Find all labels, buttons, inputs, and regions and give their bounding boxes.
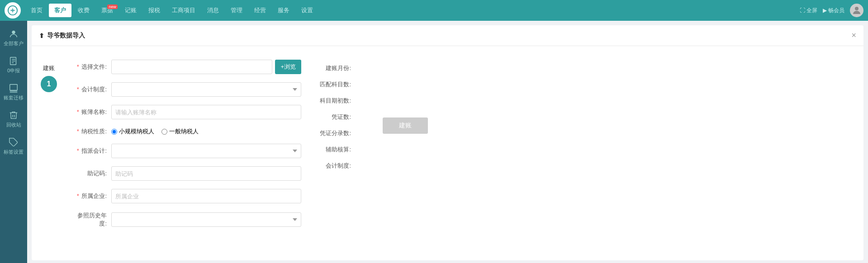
close-button[interactable]: × [851, 31, 856, 40]
upload-icon: ⬆ [39, 32, 44, 39]
step-label: 建账 [43, 64, 55, 72]
accounting-system-select[interactable] [111, 82, 301, 97]
sidebar-label-tag-settings: 标签设置 [4, 149, 24, 155]
modal-card: ⬆ 导爷数据导入 × 建账 1 * 选择 [32, 25, 863, 260]
form-row-accountant: * 指派会计: [75, 144, 301, 158]
history-year-label: 参照历史年度: [75, 211, 111, 228]
company-label: * 所属企业: [75, 192, 111, 200]
history-year-label-text: 参照历史年度: [77, 212, 107, 227]
form-row-company: * 所属企业: [75, 189, 301, 203]
sidebar-label-zero-declaration: 0申报 [7, 67, 20, 74]
info-row-match-subjects: 匹配科目数: [315, 80, 428, 89]
nav-item-operations[interactable]: 经营 [249, 4, 271, 17]
file-label: * 选择文件: [75, 63, 111, 71]
ledger-name-label-text: 账簿名称: [81, 108, 107, 115]
build-button[interactable]: 建账 [383, 117, 428, 134]
modal-title-text: 导爷数据导入 [47, 32, 85, 40]
memo-label-text: 助记码: [87, 170, 107, 177]
info-voucher-label: 凭证数: [315, 113, 356, 121]
new-badge: new [107, 5, 118, 9]
sidebar-label-all-customers: 全部客户 [4, 40, 24, 47]
form-row-ledger-name: * 账簿名称: [75, 105, 301, 119]
sidebar-item-zero-declaration[interactable]: 0申报 [0, 52, 27, 78]
info-section: 建账月份: 匹配科目数: 科目期初数: 凭证数: [301, 60, 428, 236]
info-auxiliary-label: 辅助核算: [315, 146, 356, 154]
member-btn[interactable]: ▶ 畅会员 [823, 7, 844, 14]
nav-item-customers[interactable]: 客户 [49, 4, 71, 17]
play-icon: ▶ [823, 7, 827, 14]
company-input[interactable] [111, 189, 301, 203]
nav-item-fees[interactable]: 收费 [72, 4, 95, 17]
sidebar-item-all-customers[interactable]: 全部客户 [0, 25, 27, 51]
ledger-name-input[interactable] [111, 105, 301, 119]
step-section: 建账 1 [41, 60, 57, 236]
accountant-label-text: 指派会计: [81, 147, 107, 154]
info-initial-balance-label: 科目期初数: [315, 97, 356, 105]
accountant-label: * 指派会计: [75, 147, 111, 155]
nav-item-settings[interactable]: 设置 [296, 4, 318, 17]
nav-right: ⛶ 全屏 ▶ 畅会员 [800, 4, 863, 17]
history-year-select[interactable] [111, 212, 301, 227]
browse-button[interactable]: +浏览 [275, 60, 301, 74]
memo-input[interactable] [111, 166, 301, 181]
tax-type-label: * 纳税性质: [75, 127, 111, 136]
nav-item-management[interactable]: 管理 [225, 4, 248, 17]
form-row-memo: 助记码: [75, 166, 301, 181]
logo[interactable] [5, 2, 21, 19]
accounting-system-label-text: 会计制度: [81, 86, 107, 93]
tag-icon [9, 137, 19, 147]
form-section: * 选择文件: +浏览 * 会计制度: [75, 60, 301, 236]
tax-type-small-label[interactable]: 小规模纳税人 [111, 127, 154, 136]
info-row-initial-balance: 科目期初数: [315, 97, 428, 105]
tax-type-radio-group: 小规模纳税人 一般纳税人 [111, 127, 199, 136]
sidebar-label-account-migration: 账套迁移 [4, 94, 24, 101]
tax-type-general-label[interactable]: 一般纳税人 [161, 127, 199, 136]
required-star-file: * [77, 63, 79, 70]
form-row-tax-type: * 纳税性质: 小规模纳税人 一般纳税人 [75, 127, 301, 136]
sidebar-item-recycle[interactable]: 回收站 [0, 107, 27, 132]
content-area: ⬆ 导爷数据导入 × 建账 1 * 选择 [27, 21, 868, 263]
customers-icon [9, 29, 19, 39]
tax-type-general-radio[interactable] [161, 129, 167, 135]
info-row-month: 建账月份: [315, 64, 428, 72]
file-text-input[interactable] [111, 60, 272, 74]
svg-point-2 [12, 31, 15, 34]
sidebar-label-recycle: 回收站 [6, 122, 21, 128]
info-accounting-system-label: 会计制度: [315, 162, 356, 170]
tax-type-small-radio[interactable] [111, 129, 117, 135]
step-circle: 1 [41, 76, 57, 92]
nav-item-projects[interactable]: 工商项目 [166, 4, 201, 17]
nav-item-invoices[interactable]: 票据new [96, 4, 119, 17]
nav-items: 首页 客户 收费 票据new 记账 报税 工商项目 消息 管理 经营 服务 设置 [25, 4, 800, 17]
file-label-text: 选择文件: [81, 63, 107, 70]
svg-rect-7 [10, 85, 18, 90]
migration-icon [9, 83, 19, 93]
fullscreen-label: 全屏 [806, 7, 817, 14]
form-row-accounting-system: * 会计制度: [75, 82, 301, 97]
required-star-accounting: * [77, 86, 79, 93]
declaration-icon [9, 56, 19, 66]
sidebar-item-tag-settings[interactable]: 标签设置 [0, 134, 27, 159]
svg-point-1 [855, 7, 859, 10]
nav-item-services[interactable]: 服务 [272, 4, 295, 17]
form-row-history-year: 参照历史年度: [75, 211, 301, 228]
sidebar: 全部客户 0申报 账套迁移 [0, 21, 27, 263]
member-label: 畅会员 [828, 7, 844, 14]
info-voucher-entries-label: 凭证分录数: [315, 129, 356, 137]
avatar[interactable] [850, 4, 863, 17]
accountant-select[interactable] [111, 144, 301, 158]
ledger-name-label: * 账簿名称: [75, 108, 111, 116]
required-star-ledger: * [77, 108, 79, 115]
nav-item-tax[interactable]: 报税 [143, 4, 166, 17]
required-star-accountant: * [77, 147, 79, 154]
required-star-company: * [77, 193, 79, 199]
nav-item-messages[interactable]: 消息 [202, 4, 224, 17]
nav-item-bookkeeping[interactable]: 记账 [119, 4, 142, 17]
sidebar-item-account-migration[interactable]: 账套迁移 [0, 80, 27, 105]
trash-icon [9, 110, 19, 120]
nav-item-home[interactable]: 首页 [25, 4, 48, 17]
info-row-auxiliary: 辅助核算: [315, 146, 428, 154]
fullscreen-btn[interactable]: ⛶ 全屏 [800, 7, 817, 14]
form-row-file: * 选择文件: +浏览 [75, 60, 301, 74]
tax-type-small-text: 小规模纳税人 [119, 127, 154, 136]
